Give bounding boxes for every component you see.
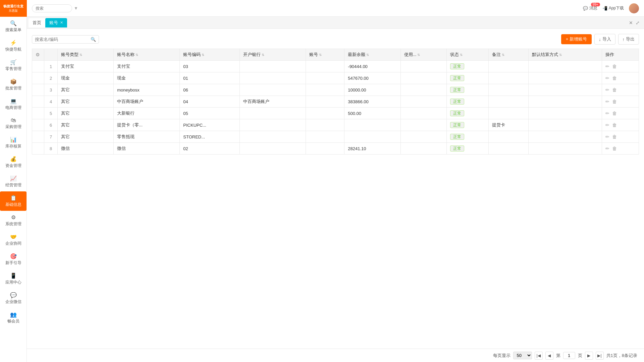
edit-icon-5[interactable]: ✏ xyxy=(605,122,609,128)
delete-icon-0[interactable]: 🗑 xyxy=(612,64,617,69)
export-button[interactable]: ↑ 导出 xyxy=(618,34,639,45)
sidebar-item-inventory[interactable]: 📊 库存核算 xyxy=(0,133,26,153)
search-icon[interactable]: 🔍 xyxy=(91,37,96,42)
edit-icon-4[interactable]: ✏ xyxy=(605,111,609,116)
cell-account-1 xyxy=(306,72,344,84)
search-input[interactable] xyxy=(35,37,89,42)
cell-bank-7 xyxy=(239,143,306,155)
cell-status-3: 正常 xyxy=(446,96,488,108)
edit-icon-7[interactable]: ✏ xyxy=(605,146,609,151)
cell-note-3 xyxy=(488,96,528,108)
settings-col-icon[interactable]: ⚙ xyxy=(36,52,40,57)
sidebar-item-quicknav[interactable]: ⚡ 快捷导航 xyxy=(0,36,26,56)
th-default-settle[interactable]: 默认结算方式⇅ xyxy=(529,49,602,61)
sidebar-item-enterprise-wechat-label: 企业微信 xyxy=(5,299,21,304)
cell-usage-7 xyxy=(400,143,446,155)
page-number-input[interactable]: 1 xyxy=(563,352,575,359)
delete-icon-2[interactable]: 🗑 xyxy=(612,87,617,93)
th-name[interactable]: 账号名称⇅ xyxy=(114,49,180,61)
sidebar-item-search[interactable]: 🔍 搜索菜单 xyxy=(0,17,26,36)
delete-icon-3[interactable]: 🗑 xyxy=(612,99,617,104)
cell-num-3: 4 xyxy=(44,96,58,108)
th-code[interactable]: 账号编码⇅ xyxy=(180,49,239,61)
th-settings[interactable]: ⚙ xyxy=(32,49,44,61)
tab-fullscreen-icon[interactable]: ⤢ xyxy=(636,20,640,25)
retail-icon: 🛒 xyxy=(2,59,25,65)
logo-text-line1: 畅捷通行生意 xyxy=(3,4,23,9)
th-note[interactable]: 备注⇅ xyxy=(488,49,528,61)
th-usage[interactable]: 使用...⇅ xyxy=(400,49,446,61)
top-bar-right: 💬 消息 99+ 📲 App下载 xyxy=(583,3,639,13)
cell-note-2 xyxy=(488,84,528,96)
next-page-button[interactable]: ▶ xyxy=(585,352,593,360)
cell-action-0: ✏ 🗑 xyxy=(602,61,639,72)
tab-home-label: 首页 xyxy=(33,20,41,26)
status-badge-4: 正常 xyxy=(450,110,464,116)
delete-icon-6[interactable]: 🗑 xyxy=(612,134,617,139)
delete-icon-5[interactable]: 🗑 xyxy=(612,122,617,128)
cell-type-1: 现金 xyxy=(58,72,114,84)
delete-icon-4[interactable]: 🗑 xyxy=(612,111,617,116)
th-bank[interactable]: 开户银行⇅ xyxy=(239,49,306,61)
delete-icon-1[interactable]: 🗑 xyxy=(612,75,617,81)
sidebar-item-system[interactable]: ⚙ 系统管理 xyxy=(0,211,26,230)
sidebar-item-retail[interactable]: 🛒 零售管理 xyxy=(0,56,26,75)
th-account[interactable]: 账号⇅ xyxy=(306,49,344,61)
sidebar-item-basic-info[interactable]: 📋 基础信息 xyxy=(0,191,26,211)
cell-settings-6 xyxy=(32,131,44,143)
sidebar-item-app-center[interactable]: 📱 应用中心 xyxy=(0,269,26,289)
th-num xyxy=(44,49,58,61)
sidebar-item-enterprise-collab-label: 企业协同 xyxy=(5,241,21,246)
cell-status-7: 正常 xyxy=(446,143,488,155)
th-status[interactable]: 状态⇅ xyxy=(446,49,488,61)
add-account-button[interactable]: + 新增账号 xyxy=(561,34,592,44)
page-size-select[interactable]: 50 10 20 100 xyxy=(513,352,532,359)
import-icon: ↓ xyxy=(599,37,601,42)
sidebar-item-members[interactable]: 👥 畅会员 xyxy=(0,308,26,327)
th-balance[interactable]: 最新余额⇅ xyxy=(344,49,400,61)
edit-icon-0[interactable]: ✏ xyxy=(605,64,609,69)
user-avatar[interactable] xyxy=(629,3,639,13)
sidebar-item-guide[interactable]: 🎯 新手引导 xyxy=(0,250,26,269)
last-page-button[interactable]: ▶| xyxy=(596,352,604,360)
delete-icon-7[interactable]: 🗑 xyxy=(612,146,617,151)
edit-icon-1[interactable]: ✏ xyxy=(605,75,609,81)
tab-accounts-close[interactable]: ✕ xyxy=(60,20,63,25)
top-search-input[interactable] xyxy=(32,4,72,12)
sort-balance-icon: ⇅ xyxy=(366,53,369,57)
edit-icon-6[interactable]: ✏ xyxy=(605,134,609,139)
app-download-button[interactable]: 📲 App下载 xyxy=(602,5,624,11)
cell-note-5: 提货卡 xyxy=(488,119,528,131)
table-row: 4 其它 中百商场账户 04 中百商场账户 383866.00 正常 ✏ 🗑 xyxy=(32,96,639,108)
toolbar: 🔍 + 新增账号 ↓ 导入 ↑ 导出 xyxy=(32,34,639,45)
edit-icon-2[interactable]: ✏ xyxy=(605,87,609,93)
page-end-label: 页 xyxy=(578,353,582,359)
enterprise-collab-icon: 🤝 xyxy=(2,234,25,240)
cell-action-6: ✏ 🗑 xyxy=(602,131,639,143)
sidebar-item-purchase[interactable]: 🛍 采购管理 xyxy=(0,114,26,133)
sidebar-item-ecom-label: 电商管理 xyxy=(5,105,21,110)
cell-code-0: 03 xyxy=(180,61,239,72)
sort-name-icon: ⇅ xyxy=(136,53,138,57)
cell-status-4: 正常 xyxy=(446,108,488,119)
message-button[interactable]: 💬 消息 99+ xyxy=(583,5,597,11)
import-button[interactable]: ↓ 导入 xyxy=(594,34,615,45)
sidebar-item-operations[interactable]: 📈 经营管理 xyxy=(0,172,26,191)
action-icons-1: ✏ 🗑 xyxy=(605,75,635,81)
sidebar-item-enterprise-collab[interactable]: 🤝 企业协同 xyxy=(0,230,26,250)
sort-usage-icon: ⇅ xyxy=(417,53,420,57)
th-type[interactable]: 账号类型⇅ xyxy=(58,49,114,61)
tab-close-all-icon[interactable]: ✕ xyxy=(629,20,633,25)
prev-page-button[interactable]: ◀ xyxy=(545,352,553,360)
tab-accounts[interactable]: 账号 ✕ xyxy=(45,18,67,27)
sidebar-item-enterprise-wechat[interactable]: 💬 企业微信 xyxy=(0,289,26,308)
tab-home[interactable]: 首页 xyxy=(29,18,45,27)
sidebar-item-wholesale[interactable]: 📦 批发管理 xyxy=(0,75,26,95)
sidebar-item-ecom[interactable]: 💻 电商管理 xyxy=(0,95,26,114)
first-page-button[interactable]: |◀ xyxy=(535,352,543,360)
cell-account-3 xyxy=(306,96,344,108)
top-search-dropdown-icon[interactable]: ▼ xyxy=(74,6,78,11)
cell-account-4 xyxy=(306,108,344,119)
edit-icon-3[interactable]: ✏ xyxy=(605,99,609,104)
sidebar-item-finance[interactable]: 💰 资金管理 xyxy=(0,153,26,172)
